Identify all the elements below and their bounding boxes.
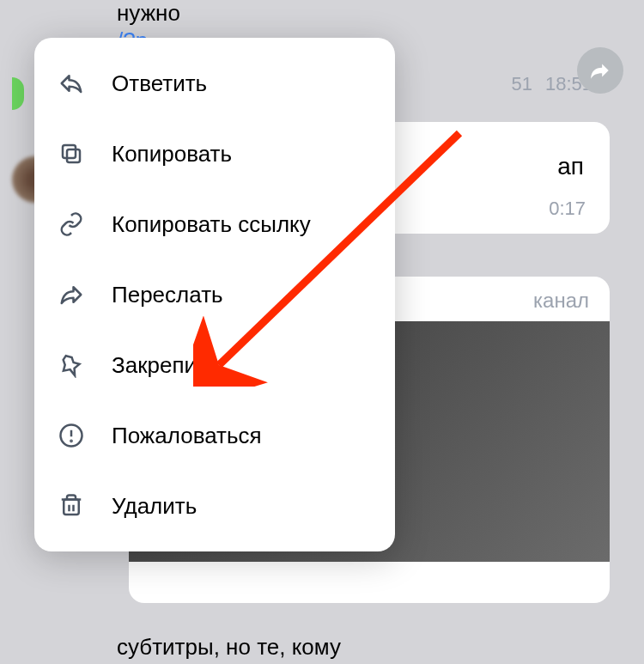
menu-item-pin[interactable]: Закрепить [34,330,395,400]
message-time-partial: 51 [512,73,532,95]
menu-item-label: Копировать ссылку [112,211,311,238]
context-menu: Ответить Копировать Копировать ссылку Пе… [34,38,395,551]
svg-rect-1 [63,145,76,158]
menu-item-label: Копировать [112,141,232,168]
message-time: 0:17 [549,198,586,220]
menu-item-label: Переслать [112,282,223,308]
trash-icon [55,490,88,522]
menu-item-delete[interactable]: Удалить [34,471,395,541]
svg-rect-0 [67,149,80,162]
menu-item-label: Пожаловаться [112,423,262,449]
menu-item-copy[interactable]: Копировать [34,119,395,189]
forward-circle-button[interactable] [577,47,623,94]
pin-icon [55,349,88,381]
channel-label: канал [533,289,589,313]
menu-item-label: Закрепить [112,352,219,379]
svg-point-4 [70,441,71,442]
menu-item-report[interactable]: Пожаловаться [34,400,395,471]
menu-item-label: Удалить [112,493,197,520]
forward-icon [55,278,88,311]
menu-item-forward[interactable]: Переслать [34,259,395,330]
copy-icon [55,137,88,170]
message-fragment: ап [557,153,584,180]
reply-icon [55,67,88,100]
menu-item-label: Ответить [112,70,207,97]
report-icon [55,419,88,452]
share-arrow-icon [589,59,611,82]
link-icon [55,208,88,241]
menu-item-copy-link[interactable]: Копировать ссылку [34,189,395,259]
svg-rect-5 [64,500,79,515]
message-text: нужно [117,0,180,27]
avatar-edge [12,77,24,110]
menu-item-reply[interactable]: Ответить [34,48,395,119]
message-text-bottom: субтитры, но те, кому [117,634,341,661]
